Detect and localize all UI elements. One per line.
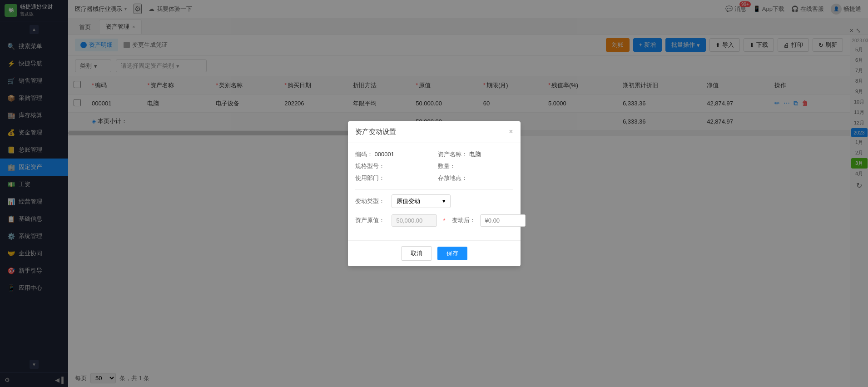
modal-location-item: 存放地点： xyxy=(438,174,513,182)
cancel-button[interactable]: 取消 xyxy=(401,246,432,261)
modal-body: 编码： 000001 资产名称： 电脑 规格型号： 数量： 使用部门： xyxy=(348,143,521,240)
change-type-select[interactable]: 原值变动 ▾ xyxy=(392,194,451,208)
change-type-row: 变动类型： 原值变动 ▾ xyxy=(355,194,513,208)
modal-footer: 取消 保存 xyxy=(348,240,521,266)
modal-info-grid: 编码： 000001 资产名称： 电脑 规格型号： 数量： 使用部门： xyxy=(355,150,513,182)
change-type-label: 变动类型： xyxy=(355,197,387,205)
location-label: 存放地点： xyxy=(438,174,467,182)
modal-quantity-item: 数量： xyxy=(438,162,513,170)
modal-divider xyxy=(355,189,513,190)
change-type-arrow-icon: ▾ xyxy=(442,198,446,204)
modal-title: 资产变动设置 xyxy=(355,128,396,136)
code-label: 编码： xyxy=(355,150,373,159)
change-type-value: 原值变动 xyxy=(397,197,420,205)
quantity-label: 数量： xyxy=(438,162,456,170)
original-value-row: 资产原值： 50,000.00 * 变动后： xyxy=(355,214,513,227)
modal-overlay: 资产变动设置 × 编码： 000001 资产名称： 电脑 规格型号： 数量： xyxy=(0,0,868,387)
modal-dept-item: 使用部门： xyxy=(355,174,431,182)
after-value-input[interactable] xyxy=(480,214,526,227)
after-label: 变动后： xyxy=(452,216,476,224)
original-value-display: 50,000.00 xyxy=(392,214,437,227)
dept-label: 使用部门： xyxy=(355,174,385,182)
modal-header: 资产变动设置 × xyxy=(348,121,521,143)
code-value: 000001 xyxy=(375,151,394,158)
asset-name-label: 资产名称： xyxy=(438,150,467,159)
modal-asset-name-item: 资产名称： 电脑 xyxy=(438,150,513,159)
required-mark: * xyxy=(443,217,446,224)
asset-change-modal: 资产变动设置 × 编码： 000001 资产名称： 电脑 规格型号： 数量： xyxy=(348,121,521,266)
modal-code-item: 编码： 000001 xyxy=(355,150,431,159)
modal-spec-item: 规格型号： xyxy=(355,162,431,170)
spec-label: 规格型号： xyxy=(355,162,385,170)
asset-name-value: 电脑 xyxy=(469,150,481,159)
original-value-label: 资产原值： xyxy=(355,216,387,224)
save-button[interactable]: 保存 xyxy=(437,247,467,260)
modal-close-button[interactable]: × xyxy=(509,128,513,136)
